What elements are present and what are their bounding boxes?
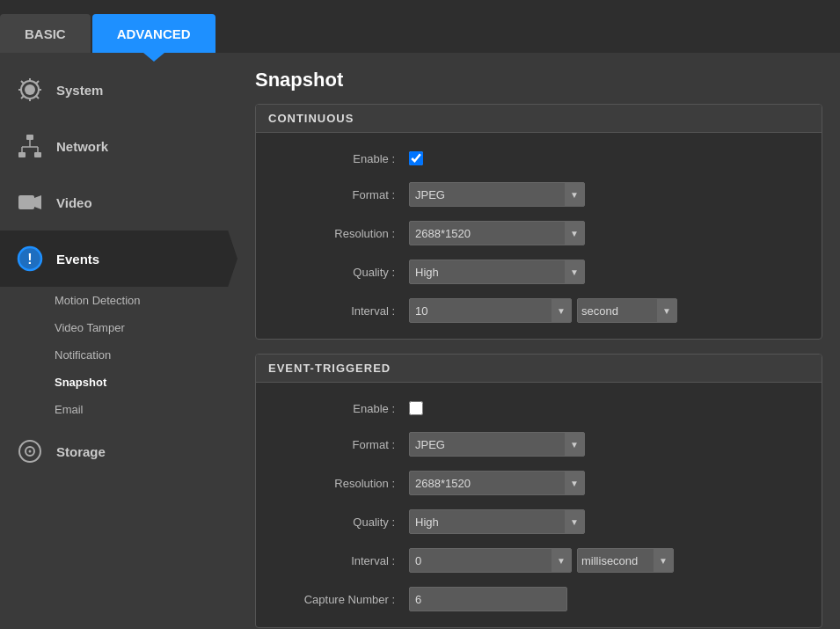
sidebar-item-network[interactable]: Network [0, 118, 237, 174]
event-resolution-select[interactable]: 2688*1520 1920*1080 1280*720 [410, 477, 565, 490]
continuous-unit-arrow: ▼ [657, 298, 676, 323]
svg-rect-17 [18, 195, 34, 209]
event-resolution-row: Resolution : 2688*1520 1920*1080 1280*72… [256, 464, 822, 502]
sidebar-item-video-tamper[interactable]: Video Tamper [44, 314, 237, 341]
event-capture-row: Capture Number : [256, 580, 822, 618]
continuous-section-header: CONTINUOUS [256, 105, 822, 133]
main-layout: System Network [0, 53, 840, 629]
continuous-resolution-control: 2688*1520 1920*1080 1280*720 ▼ [409, 221, 809, 245]
continuous-interval-arrow: ▼ [551, 298, 571, 323]
event-triggered-section-header: EVENT-TRIGGERED [256, 355, 822, 383]
continuous-enable-control [409, 151, 809, 165]
event-format-arrow: ▼ [565, 432, 584, 457]
svg-line-9 [21, 96, 25, 99]
sidebar: System Network [0, 53, 237, 629]
continuous-quality-row: Quality : High Medium Low ▼ [256, 252, 822, 291]
sidebar-item-video[interactable]: Video [0, 174, 237, 230]
continuous-interval-label: Interval : [268, 304, 409, 318]
svg-point-0 [25, 84, 35, 95]
event-enable-row: Enable : [256, 391, 822, 425]
continuous-format-select[interactable]: JPEG PNG [410, 188, 565, 201]
event-capture-control [409, 587, 809, 611]
event-quality-select-wrap: High Medium Low ▼ [409, 509, 585, 534]
event-capture-input[interactable] [409, 587, 567, 611]
event-quality-row: Quality : High Medium Low ▼ [256, 502, 822, 541]
continuous-enable-row: Enable : [256, 142, 822, 175]
network-icon [14, 130, 46, 162]
event-format-select[interactable]: JPEG PNG [410, 438, 565, 451]
continuous-enable-label: Enable : [268, 152, 409, 165]
continuous-resolution-label: Resolution : [268, 227, 409, 240]
continuous-format-label: Format : [268, 188, 409, 201]
event-interval-arrow: ▼ [551, 548, 571, 573]
system-icon [14, 74, 46, 106]
event-format-row: Format : JPEG PNG ▼ [256, 425, 822, 464]
event-resolution-control: 2688*1520 1920*1080 1280*720 ▼ [409, 471, 809, 495]
event-interval-control: 0 ▼ millisecond second ▼ [409, 548, 809, 573]
event-enable-label: Enable : [268, 402, 409, 415]
sidebar-item-storage[interactable]: Storage [0, 423, 237, 479]
continuous-interval-select[interactable]: 10 [410, 304, 551, 318]
continuous-format-row: Format : JPEG PNG ▼ [256, 175, 822, 214]
event-quality-select[interactable]: High Medium Low [410, 516, 565, 529]
sidebar-item-system-label: System [56, 83, 103, 98]
continuous-resolution-row: Resolution : 2688*1520 1920*1080 1280*72… [256, 214, 822, 252]
event-resolution-arrow: ▼ [565, 471, 584, 495]
svg-marker-18 [34, 195, 41, 209]
sidebar-item-notification[interactable]: Notification [44, 341, 237, 369]
continuous-quality-select[interactable]: High Medium Low [410, 266, 565, 279]
event-resolution-select-wrap: 2688*1520 1920*1080 1280*720 ▼ [409, 471, 585, 495]
event-enable-checkbox[interactable] [409, 401, 423, 415]
storage-icon [14, 435, 46, 467]
sidebar-item-system[interactable]: System [0, 62, 237, 118]
event-interval-select[interactable]: 0 [410, 554, 551, 567]
svg-line-8 [36, 81, 40, 84]
sidebar-item-motion-detection[interactable]: Motion Detection [44, 287, 237, 314]
event-quality-label: Quality : [268, 516, 409, 529]
event-capture-label: Capture Number : [268, 593, 409, 606]
svg-rect-12 [34, 152, 41, 157]
event-format-select-wrap: JPEG PNG ▼ [409, 432, 585, 457]
event-interval-row: Interval : 0 ▼ millisecond second [256, 541, 822, 580]
continuous-section: CONTINUOUS Enable : Format : JPEG [255, 104, 822, 340]
event-interval-label: Interval : [268, 554, 409, 567]
sidebar-item-email[interactable]: Email [44, 396, 237, 423]
tab-advanced[interactable]: ADVANCED [92, 14, 215, 53]
sidebar-item-video-label: Video [56, 195, 92, 210]
sidebar-item-network-label: Network [56, 139, 108, 154]
continuous-section-body: Enable : Format : JPEG PNG [256, 133, 822, 339]
continuous-quality-arrow: ▼ [565, 260, 584, 284]
continuous-resolution-arrow: ▼ [565, 221, 584, 245]
event-format-label: Format : [268, 438, 409, 451]
continuous-quality-label: Quality : [268, 266, 409, 279]
continuous-unit-select-wrap: second minute ▼ [577, 298, 677, 323]
event-triggered-section: EVENT-TRIGGERED Enable : Format : JP [255, 354, 822, 628]
continuous-interval-control: 10 ▼ second minute ▼ [409, 298, 809, 323]
svg-rect-11 [18, 152, 26, 157]
continuous-resolution-select-wrap: 2688*1520 1920*1080 1280*720 ▼ [409, 221, 585, 245]
svg-line-7 [36, 96, 40, 99]
event-enable-control [409, 401, 809, 415]
svg-point-23 [29, 450, 32, 453]
page-title: Snapshot [255, 69, 822, 91]
event-unit-select[interactable]: millisecond second [578, 554, 654, 567]
events-icon: ! [14, 243, 46, 274]
continuous-enable-checkbox[interactable] [409, 151, 423, 165]
continuous-resolution-select[interactable]: 2688*1520 1920*1080 1280*720 [410, 227, 565, 240]
event-quality-control: High Medium Low ▼ [409, 509, 809, 534]
continuous-interval-row: Interval : 10 ▼ second minute [256, 291, 822, 330]
events-sub-items: Motion Detection Video Tamper Notificati… [0, 287, 237, 423]
event-format-control: JPEG PNG ▼ [409, 432, 809, 457]
svg-rect-10 [26, 135, 33, 140]
continuous-interval-input-wrap: 10 ▼ [409, 298, 572, 323]
sidebar-item-events[interactable]: ! Events [0, 230, 237, 287]
video-icon [14, 187, 46, 218]
sidebar-item-snapshot[interactable]: Snapshot [44, 369, 237, 396]
event-triggered-section-body: Enable : Format : JPEG PNG [256, 383, 822, 627]
tab-basic[interactable]: BASIC [0, 14, 91, 53]
event-unit-arrow: ▼ [654, 548, 673, 573]
sidebar-item-storage-label: Storage [56, 444, 106, 459]
event-resolution-label: Resolution : [268, 477, 409, 490]
continuous-format-arrow: ▼ [565, 182, 584, 207]
continuous-unit-select[interactable]: second minute [578, 304, 657, 318]
